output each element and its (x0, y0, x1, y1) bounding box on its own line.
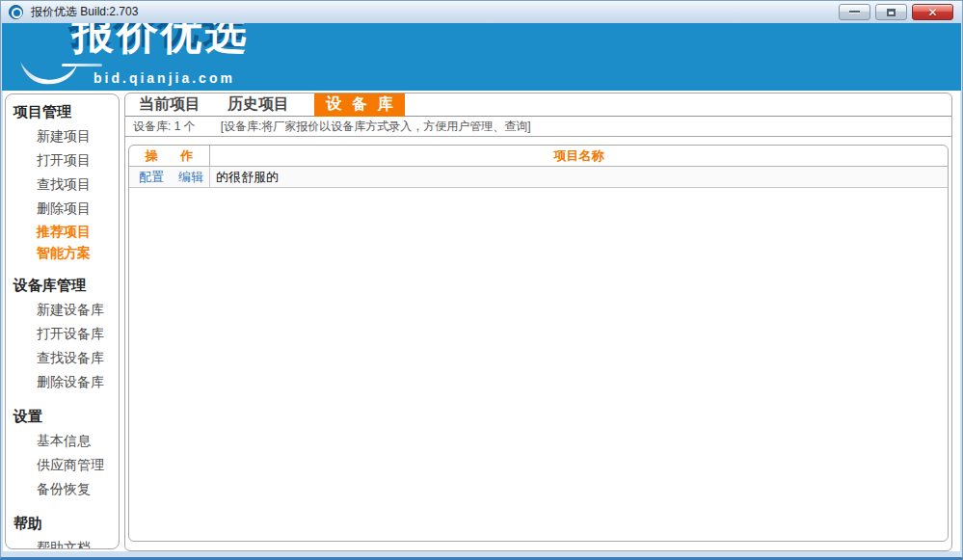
sidebar-item-backup-restore[interactable]: 备份恢复 (6, 478, 119, 502)
minimize-button[interactable] (839, 4, 870, 20)
library-note: [设备库:将厂家报价以设备库方式录入，方便用户管理、查询] (221, 119, 531, 135)
sidebar-item-open-library[interactable]: 打开设备库 (6, 323, 119, 347)
sidebar-section-title: 设置 (6, 404, 119, 430)
tab-bar: 当前项目 历史项目 设备库 (125, 93, 951, 117)
table-row: 配置 编辑 的很舒服的 (129, 167, 948, 188)
edit-link[interactable]: 编辑 (178, 169, 203, 186)
app-window: 报价优选 Build:2.703 ✕ 报价优选 报价优选 bid.qianjia… (0, 0, 963, 560)
tab-history-projects[interactable]: 历史项目 (227, 94, 289, 115)
sidebar-section-title: 帮助 (6, 511, 119, 537)
sidebar-item-supplier-management[interactable]: 供应商管理 (6, 454, 119, 478)
sidebar-item-open-project[interactable]: 打开项目 (6, 149, 119, 173)
sidebar-section-settings: 设置 基本信息 供应商管理 备份恢复 (6, 404, 119, 502)
brand-logo-text: 报价优选 (72, 23, 250, 58)
info-bar: 设备库: 1 个 [设备库:将厂家报价以设备库方式录入，方便用户管理、查询] (125, 117, 951, 137)
app-logo-icon (9, 5, 23, 19)
window-controls: ✕ (839, 4, 962, 20)
row-actions-cell: 配置 编辑 (129, 167, 210, 187)
brand-underline-decoration (62, 64, 102, 67)
configure-link[interactable]: 配置 (139, 169, 164, 186)
sidebar-section-title: 项目管理 (6, 99, 119, 125)
sidebar-section-project: 项目管理 新建项目 打开项目 查找项目 删除项目 推荐项目 智能方案 (6, 99, 119, 264)
sidebar: 项目管理 新建项目 打开项目 查找项目 删除项目 推荐项目 智能方案 设备库管理… (5, 93, 120, 549)
sidebar-section-equipment: 设备库管理 新建设备库 打开设备库 查找设备库 删除设备库 (6, 273, 119, 395)
brand-swoosh-icon (18, 58, 80, 85)
sidebar-item-basic-info[interactable]: 基本信息 (6, 430, 119, 454)
column-header-project-name: 项目名称 (210, 147, 948, 165)
sidebar-section-help: 帮助 帮助文档 产品论坛 退出系统 (6, 511, 119, 549)
brand-domain: bid.qianjia.com (94, 70, 235, 86)
main-panel: 当前项目 历史项目 设备库 设备库: 1 个 [设备库:将厂家报价以设备库方式录… (124, 93, 952, 551)
minimize-icon (849, 11, 860, 13)
sidebar-item-find-library[interactable]: 查找设备库 (6, 347, 119, 371)
tab-equipment-library[interactable]: 设备库 (314, 93, 405, 117)
library-count: 设备库: 1 个 (133, 119, 196, 135)
content-area: 项目管理 新建项目 打开项目 查找项目 删除项目 推荐项目 智能方案 设备库管理… (3, 91, 960, 551)
sidebar-item-help-docs[interactable]: 帮助文档 (6, 537, 119, 549)
close-button[interactable]: ✕ (912, 4, 953, 20)
sidebar-item-new-library[interactable]: 新建设备库 (6, 299, 119, 323)
maximize-button[interactable] (875, 4, 907, 20)
window-title: 报价优选 Build:2.703 (31, 4, 138, 20)
sidebar-item-delete-library[interactable]: 删除设备库 (6, 371, 119, 395)
library-table: 操 作 项目名称 配置 编辑 的很舒服的 (128, 145, 949, 542)
tab-current-projects[interactable]: 当前项目 (139, 94, 201, 115)
table-header-row: 操 作 项目名称 (129, 146, 948, 167)
sidebar-item-recommended-project[interactable]: 推荐项目 (6, 222, 119, 243)
sidebar-item-delete-project[interactable]: 删除项目 (6, 198, 119, 222)
sidebar-item-new-project[interactable]: 新建项目 (6, 125, 119, 149)
project-name-cell: 的很舒服的 (210, 169, 948, 186)
titlebar: 报价优选 Build:2.703 ✕ (1, 1, 962, 23)
brand-header: 报价优选 报价优选 bid.qianjia.com (2, 23, 961, 91)
sidebar-item-smart-plan[interactable]: 智能方案 (6, 243, 119, 264)
sidebar-item-find-project[interactable]: 查找项目 (6, 173, 119, 198)
sidebar-section-title: 设备库管理 (6, 273, 119, 299)
maximize-icon (887, 9, 896, 16)
close-icon: ✕ (927, 7, 937, 18)
column-header-actions: 操 作 (129, 146, 210, 166)
